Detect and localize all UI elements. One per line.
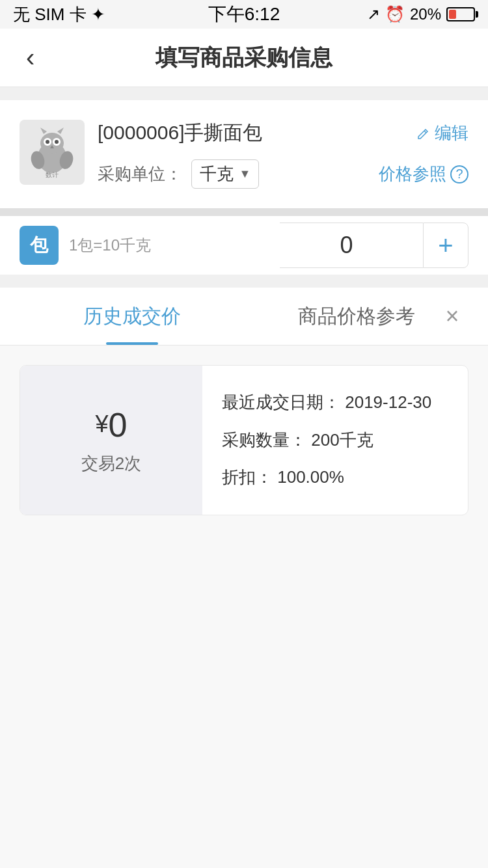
status-time: 下午6:12: [208, 2, 280, 27]
product-name: [0000006]手撕面包: [98, 120, 262, 146]
deal-price-section: ¥0 交易2次: [20, 366, 202, 515]
unit-box: 包: [20, 226, 59, 265]
unit-select-button[interactable]: 千克 ▼: [191, 159, 259, 189]
tab-history-price-label: 历史成交价: [83, 303, 181, 330]
tab-history-price[interactable]: 历史成交价: [20, 288, 244, 345]
tab-price-reference-label: 商品价格参考: [298, 303, 415, 330]
battery-icon: [446, 7, 475, 21]
page-title: 填写商品采购信息: [156, 43, 332, 73]
product-image: 数计: [20, 120, 85, 185]
deal-count-label: 交易2次: [81, 452, 141, 475]
sim-label: 无 SIM 卡 ✦: [13, 3, 105, 26]
empty-background: [0, 535, 488, 868]
discount-label: 折扣：: [222, 467, 273, 487]
product-unit-row: 采购单位： 千克 ▼ 价格参照 ?: [98, 159, 468, 189]
unit-value: 千克: [200, 163, 234, 185]
currency-symbol: ¥: [96, 411, 109, 438]
quantity-row: 包 1包=10千克 +: [0, 216, 488, 275]
edit-icon: [416, 126, 431, 141]
status-left: 无 SIM 卡 ✦: [13, 3, 105, 26]
svg-marker-10: [57, 128, 64, 134]
edit-button[interactable]: 编辑: [416, 122, 468, 144]
recent-date-row: 最近成交日期： 2019-12-30: [222, 389, 448, 416]
product-card: 数计 [0000006]手撕面包 编辑 采购单位： 千克 ▼: [0, 100, 488, 208]
back-button[interactable]: ‹: [20, 36, 41, 79]
recent-date-value: 2019-12-30: [345, 392, 431, 412]
dropdown-arrow-icon: ▼: [239, 167, 251, 181]
battery-percent: 20%: [410, 5, 441, 23]
purchase-qty-label: 采购数量：: [222, 430, 306, 450]
tabs-header: 历史成交价 商品价格参考 ×: [0, 288, 488, 345]
tabs-container: 历史成交价 商品价格参考 ×: [0, 288, 488, 346]
tab-active-indicator: [106, 342, 158, 345]
status-bar: 无 SIM 卡 ✦ 下午6:12 ↗ ⏰ 20%: [0, 0, 488, 29]
svg-marker-9: [40, 128, 47, 134]
location-icon: ↗: [367, 5, 380, 23]
tab-price-reference[interactable]: 商品价格参考: [244, 288, 468, 345]
quantity-increase-button[interactable]: +: [423, 223, 468, 268]
deal-details-section: 最近成交日期： 2019-12-30 采购数量： 200千克 折扣： 100.0…: [202, 366, 468, 515]
discount-value: 100.00%: [277, 467, 344, 487]
nav-bar: ‹ 填写商品采购信息: [0, 29, 488, 87]
alarm-icon: ⏰: [385, 5, 405, 23]
section-divider: [0, 208, 488, 216]
svg-text:数计: 数计: [46, 171, 59, 178]
unit-section: 采购单位： 千克 ▼: [98, 159, 259, 189]
recent-date-label: 最近成交日期：: [222, 392, 340, 412]
svg-point-4: [46, 140, 49, 144]
status-right: ↗ ⏰ 20%: [367, 5, 475, 23]
product-thumbnail: 数计: [26, 126, 78, 178]
history-content: ¥0 交易2次 最近成交日期： 2019-12-30 采购数量： 200千克 折…: [0, 346, 488, 535]
deal-price-value: ¥0: [96, 405, 128, 444]
quantity-input-group: +: [280, 223, 468, 268]
purchase-qty-row: 采购数量： 200千克: [222, 427, 448, 454]
quantity-left: 包 1包=10千克: [20, 226, 151, 265]
info-icon: ?: [450, 165, 468, 183]
svg-point-5: [55, 140, 59, 144]
product-info: [0000006]手撕面包 编辑 采购单位： 千克 ▼ 价格参照 ?: [98, 120, 468, 189]
close-button[interactable]: ×: [436, 300, 468, 332]
product-header: [0000006]手撕面包 编辑: [98, 120, 468, 146]
purchase-qty-value: 200千克: [311, 430, 373, 450]
quantity-input[interactable]: [280, 223, 423, 268]
discount-row: 折扣： 100.00%: [222, 464, 448, 491]
unit-conversion-label: 1包=10千克: [69, 235, 151, 256]
price-reference-button[interactable]: 价格参照 ?: [379, 163, 468, 185]
unit-label: 采购单位：: [98, 164, 182, 183]
deal-card: ¥0 交易2次 最近成交日期： 2019-12-30 采购数量： 200千克 折…: [20, 365, 468, 515]
